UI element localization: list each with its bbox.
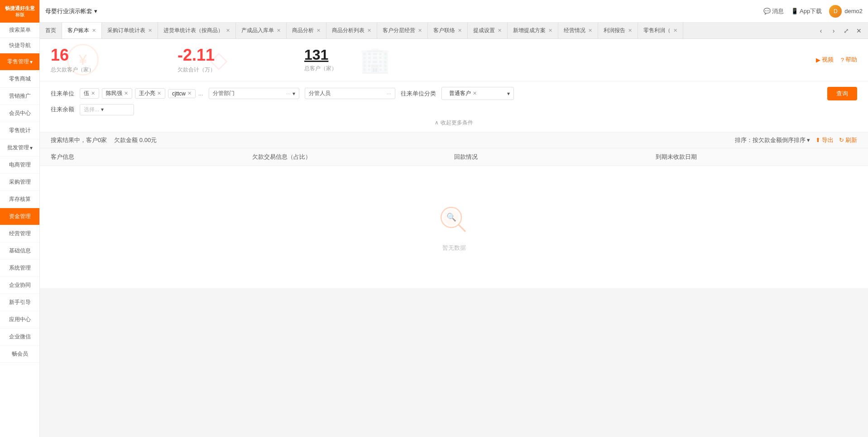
filter-tag-cjttcw[interactable]: cjttcw ✕ (168, 89, 196, 98)
tab-profit-report[interactable]: 利润报告 ✕ (598, 23, 638, 39)
tab-operations[interactable]: 经营情况 ✕ (558, 23, 598, 39)
export-label: 导出 (822, 136, 834, 144)
tab-product-inbound[interactable]: 产成品入库单 ✕ (236, 23, 287, 39)
inventory-label: 库存核算 (9, 196, 31, 202)
sidebar-item-finance[interactable]: 资金管理 (0, 208, 39, 225)
sidebar-item-enterprise-wechat[interactable]: 企业微信 (0, 328, 39, 346)
sidebar-item-app-center[interactable]: 应用中心 (0, 311, 39, 328)
filter-tag-normal-customer[interactable]: 普通客户 ✕ (446, 89, 480, 98)
unit-category-selector[interactable]: 普通客户 ✕ ▾ (441, 87, 514, 100)
filter-more-btn[interactable]: ... (198, 90, 203, 97)
sidebar-item-vip-member[interactable]: 畅会员 (0, 346, 39, 363)
video-link[interactable]: ▶ 视频 (816, 56, 834, 64)
sidebar-item-quick-nav[interactable]: 快捷导航 (0, 38, 39, 53)
filter-tag-chen[interactable]: 陈民强 ✕ (102, 88, 132, 99)
filter-tag-wang[interactable]: 王小亮 ✕ (135, 88, 165, 99)
search-result-text: 搜索结果中，客户0家 (51, 136, 107, 144)
logo-title: 畅捷通好生意 (5, 5, 35, 11)
tab-purchase-order[interactable]: 采购订单统计表 ✕ (102, 23, 158, 39)
sidebar-item-sys-mgmt[interactable]: 系统管理 (0, 260, 39, 277)
tab-home[interactable]: 首页 (40, 23, 62, 39)
filter-tag-wang-remove[interactable]: ✕ (157, 90, 161, 96)
tab-close-new-promo[interactable]: ✕ (548, 28, 552, 33)
export-button[interactable]: ⬆ 导出 (815, 136, 834, 144)
retail-stat-label: 零售统计 (9, 127, 31, 133)
tab-close-customer-contact[interactable]: ✕ (458, 28, 462, 33)
app-logo: 畅捷通好生意 标版 (0, 0, 39, 23)
tab-close-profit-report[interactable]: ✕ (628, 28, 632, 33)
tab-retail-profit[interactable]: 零售利润（ ✕ (638, 23, 683, 39)
tab-inbound-stat[interactable]: 进货单统计表（按商品） ✕ (158, 23, 236, 39)
sidebar-item-retail-mall[interactable]: 零售商城 (0, 71, 39, 88)
stat-debt-amount-value: -2.11 (177, 46, 215, 64)
tab-scroll-left[interactable]: ‹ (815, 25, 826, 36)
unit-category-remove[interactable]: ✕ (473, 90, 477, 96)
sidebar-item-retail-stat[interactable]: 零售统计 (0, 122, 39, 139)
filter-tag-wu[interactable]: 伍 ✕ (80, 88, 99, 99)
filter-tag-chen-remove[interactable]: ✕ (124, 90, 128, 96)
topbar: 母婴行业演示帐套 ▾ 💬 消息 📱 App下载 D demo2 (40, 0, 868, 23)
tab-close-purchase-order[interactable]: ✕ (148, 28, 152, 33)
app-download-label: App下载 (800, 8, 822, 14)
tab-product-analysis-list[interactable]: 商品分析列表 ✕ (326, 23, 377, 39)
filter-tag-wu-remove[interactable]: ✕ (91, 90, 95, 96)
enterprise-dropdown-icon: ▾ (94, 8, 97, 14)
table-header: 客户信息 欠款交易信息（占比） 回款情况 到期未收款日期 (40, 148, 868, 166)
tab-maximize[interactable]: ⤢ (841, 25, 852, 36)
tab-customer-segment[interactable]: 客户分层经营 ✕ (377, 23, 428, 39)
tab-close-customer-account[interactable]: ✕ (92, 28, 96, 33)
filter-tag-cjttcw-remove[interactable]: ✕ (187, 90, 192, 96)
stat-total-debtors: 16 总欠款客户（家） (51, 46, 177, 74)
stat-total-customers: 131 总客户（家） (304, 47, 431, 72)
tab-product-analysis[interactable]: 商品分析 ✕ (287, 23, 326, 39)
refresh-button[interactable]: ↻ 刷新 (839, 136, 857, 144)
sidebar-item-search-menu[interactable]: 搜索菜单 (0, 23, 39, 38)
refresh-icon: ↻ (839, 137, 844, 143)
tab-close-inbound-stat[interactable]: ✕ (226, 28, 230, 33)
user-profile[interactable]: D demo2 (829, 5, 863, 18)
tab-close-operations[interactable]: ✕ (588, 28, 592, 33)
collapse-more-btn[interactable]: ∧ 收起更多条件 (51, 119, 857, 127)
sidebar-item-new-guide[interactable]: 新手引导 (0, 294, 39, 311)
help-link[interactable]: ? 帮助 (841, 56, 857, 64)
sidebar-item-purchase-mgmt[interactable]: 采购管理 (0, 174, 39, 191)
tab-close-product-analysis[interactable]: ✕ (317, 28, 321, 33)
tab-close-all[interactable]: ✕ (854, 25, 864, 36)
filter-tag-cjttcw-text: cjttcw (172, 90, 186, 97)
enterprise-selector[interactable]: 母婴行业演示帐套 ▾ (45, 7, 97, 15)
tab-new-promo[interactable]: 新增提成方案 ✕ (508, 23, 558, 39)
sidebar-item-batch-mgmt[interactable]: 批发管理 ▾ (0, 139, 39, 157)
sidebar-item-basic-info[interactable]: 基础信息 (0, 242, 39, 260)
tab-customer-contact[interactable]: 客户联络 ✕ (428, 23, 468, 39)
tab-close-product-inbound[interactable]: ✕ (277, 28, 281, 33)
marketing-label: 营销推广 (9, 93, 31, 99)
department-selector[interactable]: 分管部门 ··· ▾ (209, 88, 299, 99)
app-download-btn[interactable]: 📱 App下载 (791, 7, 822, 15)
sidebar-item-enterprise-coop[interactable]: 企业协同 (0, 277, 39, 294)
tab-close-retail-profit[interactable]: ✕ (673, 28, 677, 33)
tab-close-promo-settings[interactable]: ✕ (498, 28, 502, 33)
unit-category-value: 普通客户 (449, 90, 471, 97)
balance-dropdown-icon: ▾ (101, 106, 104, 113)
tab-close-product-analysis-list[interactable]: ✕ (367, 28, 371, 33)
main-area: 母婴行业演示帐套 ▾ 💬 消息 📱 App下载 D demo2 首页 客户账本 (40, 0, 868, 437)
department-more-dots: ··· (286, 90, 291, 97)
empty-state: 🔍 暂无数据 (40, 166, 868, 288)
empty-icon: 🔍 (436, 202, 472, 238)
sidebar-item-member-center[interactable]: 会员中心 (0, 105, 39, 122)
message-btn[interactable]: 💬 消息 (763, 7, 784, 15)
sort-button[interactable]: 排序：按欠款金额倒序排序 ▾ (735, 136, 810, 144)
enterprise-wechat-label: 企业微信 (9, 333, 31, 340)
manager-selector[interactable]: 分管人员 ··· (305, 88, 395, 99)
sidebar-item-retail-mgmt[interactable]: 零售管理 ▾ (0, 53, 39, 71)
tab-scroll-right[interactable]: › (828, 25, 839, 36)
sidebar-item-operations-mgmt[interactable]: 经营管理 (0, 225, 39, 242)
sidebar-item-ecommerce[interactable]: 电商管理 (0, 157, 39, 174)
query-button[interactable]: 查询 (827, 87, 857, 100)
sidebar-item-inventory[interactable]: 库存核算 (0, 191, 39, 208)
sidebar-item-marketing[interactable]: 营销推广 (0, 88, 39, 105)
balance-selector[interactable]: 选择... ▾ (80, 104, 134, 115)
tab-close-customer-segment[interactable]: ✕ (418, 28, 422, 33)
tab-customer-account[interactable]: 客户账本 ✕ (62, 23, 102, 39)
tab-promo-settings[interactable]: 提成设置 ✕ (468, 23, 508, 39)
